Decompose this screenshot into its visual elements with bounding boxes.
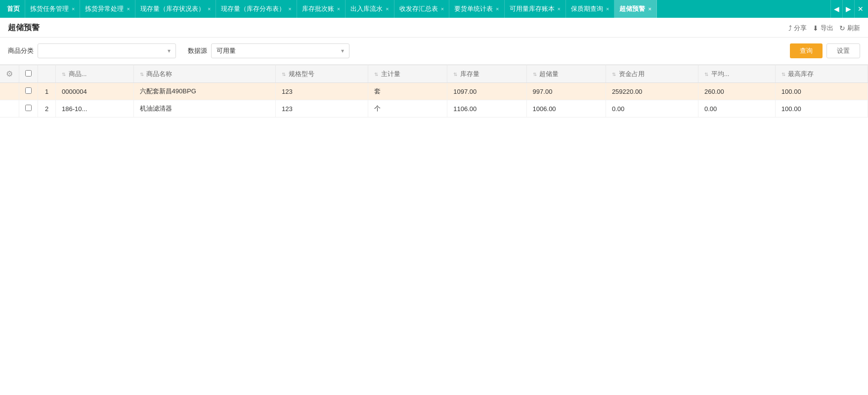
th-product-name[interactable]: ⇅ 商品名称 — [133, 65, 275, 83]
close-tab-overstock[interactable]: × — [648, 6, 651, 12]
td-product-name-0: 六配套新昌490BPG — [133, 83, 275, 100]
sort-icon-max-stock: ⇅ — [781, 72, 785, 77]
close-tab-summary[interactable]: × — [441, 6, 444, 12]
table-header-row: ⚙ ⇅ 商品... ⇅ 商品名称 ⇅ 规格型号 — [0, 65, 868, 83]
refresh-button[interactable]: ↻ 刷新 — [839, 24, 860, 33]
nav-tab-home[interactable]: 首页 — [2, 0, 25, 18]
datasource-chevron-icon: ▾ — [341, 47, 344, 54]
close-tab-stock-status[interactable]: × — [208, 6, 211, 12]
refresh-icon: ↻ — [839, 24, 845, 32]
nav-close-arrow[interactable]: ✕ — [854, 0, 866, 18]
share-icon: ⤴ — [788, 24, 792, 32]
td-spec-0: 123 — [275, 83, 368, 100]
row-checkbox-0[interactable] — [25, 87, 32, 94]
td-gear-0 — [0, 83, 19, 100]
td-product-code-0: 0000004 — [56, 83, 134, 100]
th-product-code[interactable]: ⇅ 商品... — [56, 65, 134, 83]
sort-icon-overstock: ⇅ — [533, 72, 537, 77]
sort-icon-product-name: ⇅ — [140, 72, 144, 77]
settings-button[interactable]: 设置 — [826, 43, 860, 58]
td-gear-1 — [0, 100, 19, 118]
th-capital[interactable]: ⇅ 资金占用 — [606, 65, 698, 83]
export-icon: ⬇ — [813, 24, 819, 32]
export-button[interactable]: ⬇ 导出 — [813, 24, 833, 33]
query-button[interactable]: 查询 — [790, 43, 823, 58]
close-tab-expiry[interactable]: × — [606, 6, 609, 12]
nav-arrows: ◀ ▶ ✕ — [830, 0, 866, 18]
nav-tab-exception[interactable]: 拣货异常处理 × — [80, 0, 135, 18]
sort-icon-unit: ⇅ — [374, 72, 378, 77]
th-avg[interactable]: ⇅ 平均... — [698, 65, 776, 83]
th-max-stock[interactable]: ⇅ 最高库存 — [775, 65, 868, 83]
nav-tab-inout-flow[interactable]: 出入库流水 × — [346, 0, 394, 18]
td-max-stock-0: 100.00 — [775, 83, 868, 100]
sort-icon-avg: ⇅ — [704, 72, 708, 77]
td-unit-0: 套 — [368, 83, 447, 100]
nav-tab-summary[interactable]: 收发存汇总表 × — [394, 0, 449, 18]
td-overstock-0: 997.00 — [526, 83, 606, 100]
nav-tab-overstock[interactable]: 超储预警 × — [614, 0, 656, 18]
close-tab-stock-dist[interactable]: × — [288, 6, 291, 12]
data-table: ⚙ ⇅ 商品... ⇅ 商品名称 ⇅ 规格型号 — [0, 65, 868, 118]
nav-tab-expiry[interactable]: 保质期查询 × — [566, 0, 614, 18]
th-settings[interactable]: ⚙ — [0, 65, 19, 83]
category-filter: 商品分类 ▾ — [8, 43, 176, 58]
td-rownum-1: 2 — [38, 100, 56, 118]
th-checkbox[interactable] — [19, 65, 38, 83]
sort-icon-product-code: ⇅ — [62, 72, 66, 77]
sort-icon-capital: ⇅ — [612, 72, 616, 77]
category-select[interactable]: ▾ — [38, 43, 176, 58]
page-title: 超储预警 — [8, 23, 40, 33]
datasource-filter: 数据源 可用量 ▾ — [188, 43, 349, 58]
th-unit[interactable]: ⇅ 主计量 — [368, 65, 447, 83]
td-capital-0: 259220.00 — [606, 83, 698, 100]
top-navigation: 首页 拣货任务管理 × 拣货异常处理 × 现存量（库存状况表） × 现存量（库存… — [0, 0, 868, 18]
th-spec[interactable]: ⇅ 规格型号 — [275, 65, 368, 83]
td-unit-1: 个 — [368, 100, 447, 118]
th-stock[interactable]: ⇅ 库存量 — [447, 65, 526, 83]
filter-area: 商品分类 ▾ 数据源 可用量 ▾ 查询 设置 — [0, 38, 868, 65]
td-product-code-1: 186-10... — [56, 100, 134, 118]
nav-tab-available[interactable]: 可用量库存账本 × — [505, 0, 566, 18]
nav-tab-batch[interactable]: 库存批次账 × — [297, 0, 346, 18]
sort-icon-spec: ⇅ — [282, 72, 286, 77]
gear-icon[interactable]: ⚙ — [6, 70, 13, 78]
sort-icon-stock: ⇅ — [453, 72, 457, 77]
datasource-select[interactable]: 可用量 ▾ — [211, 43, 349, 58]
td-overstock-1: 1006.00 — [526, 100, 606, 118]
datasource-select-text: 可用量 — [217, 46, 341, 55]
td-checkbox-1[interactable] — [19, 100, 38, 118]
td-stock-0: 1097.00 — [447, 83, 526, 100]
nav-tab-task-mgmt[interactable]: 拣货任务管理 × — [25, 0, 80, 18]
row-checkbox-1[interactable] — [25, 105, 32, 111]
nav-next-arrow[interactable]: ▶ — [842, 0, 854, 18]
th-overstock[interactable]: ⇅ 超储量 — [526, 65, 606, 83]
close-tab-batch[interactable]: × — [337, 6, 340, 12]
table-container: ⚙ ⇅ 商品... ⇅ 商品名称 ⇅ 规格型号 — [0, 65, 868, 118]
header-actions: ⤴ 分享 ⬇ 导出 ↻ 刷新 — [788, 24, 860, 33]
close-tab-task-mgmt[interactable]: × — [72, 6, 75, 12]
td-spec-1: 123 — [275, 100, 368, 118]
td-product-name-1: 机油滤清器 — [133, 100, 275, 118]
td-stock-1: 1106.00 — [447, 100, 526, 118]
close-tab-order-stats[interactable]: × — [496, 6, 499, 12]
td-avg-1: 0.00 — [698, 100, 776, 118]
table-row: 1 0000004 六配套新昌490BPG 123 套 1097.00 997.… — [0, 83, 868, 100]
nav-tab-order-stats[interactable]: 要货单统计表 × — [449, 0, 504, 18]
share-button[interactable]: ⤴ 分享 — [788, 24, 807, 33]
nav-tab-stock-dist[interactable]: 现存量（库存分布表） × — [216, 0, 297, 18]
th-rownum — [38, 65, 56, 83]
td-checkbox-0[interactable] — [19, 83, 38, 100]
td-capital-1: 0.00 — [606, 100, 698, 118]
page-header: 超储预警 ⤴ 分享 ⬇ 导出 ↻ 刷新 — [0, 18, 868, 38]
table-row: 2 186-10... 机油滤清器 123 个 1106.00 1006.00 … — [0, 100, 868, 118]
nav-tab-stock-status[interactable]: 现存量（库存状况表） × — [135, 0, 216, 18]
td-rownum-0: 1 — [38, 83, 56, 100]
td-max-stock-1: 100.00 — [775, 100, 868, 118]
close-tab-inout-flow[interactable]: × — [386, 6, 389, 12]
close-tab-available[interactable]: × — [558, 6, 561, 12]
select-all-checkbox[interactable] — [25, 70, 32, 77]
td-avg-0: 260.00 — [698, 83, 776, 100]
nav-prev-arrow[interactable]: ◀ — [830, 0, 842, 18]
close-tab-exception[interactable]: × — [127, 6, 130, 12]
